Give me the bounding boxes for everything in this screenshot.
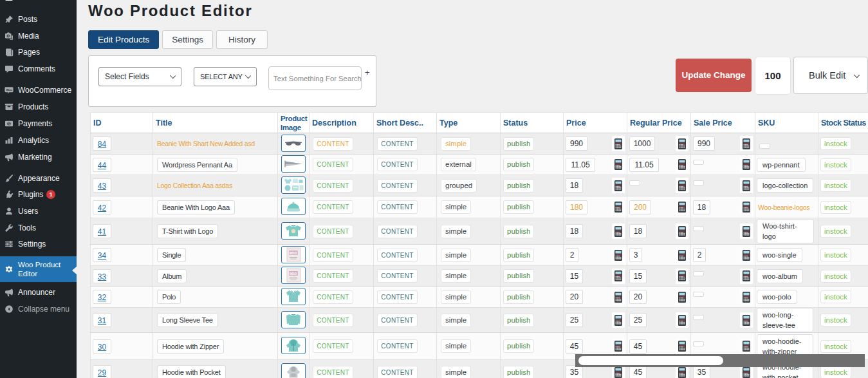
svg-text:$: $ <box>8 122 10 126</box>
svg-text:Woo: Woo <box>6 88 12 91</box>
svg-text:WOO!: WOO! <box>290 272 298 276</box>
svg-text:WOO!: WOO! <box>290 251 298 254</box>
